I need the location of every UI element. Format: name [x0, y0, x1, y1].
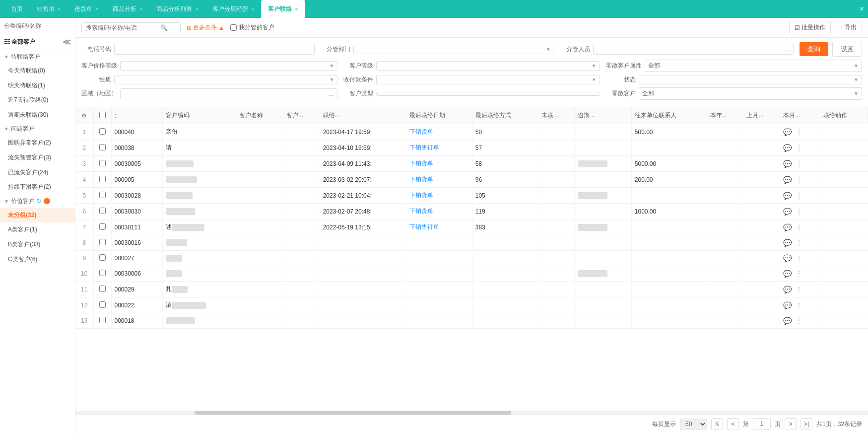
last-contact-way-link[interactable]: 下销货单	[409, 192, 433, 199]
filter-region-select[interactable]: …	[120, 88, 337, 99]
last-contact-way-link[interactable]: 下销货单	[409, 176, 433, 183]
filter-dept-select[interactable]: ▼	[353, 45, 554, 54]
batch-ops-btn[interactable]: ☑ 批量操作	[789, 21, 831, 34]
sidebar-item-class-a[interactable]: A类客户(1)	[0, 222, 75, 237]
chat-icon[interactable]: 💬	[783, 270, 792, 278]
sidebar-item-class-c[interactable]: C类客户(6)	[0, 252, 75, 267]
table-header-overdue[interactable]: 逾期...	[575, 107, 631, 124]
row-checkbox[interactable]	[99, 192, 106, 198]
tab-product-analysis[interactable]: 商品分析 ×	[106, 0, 149, 18]
last-contact-way-link[interactable]: 下销售订单	[409, 144, 439, 151]
tab-product-analysis-close[interactable]: ×	[139, 0, 142, 18]
grid-icon[interactable]: ⋮	[796, 270, 802, 278]
value-group-refresh[interactable]: ↻	[37, 198, 42, 205]
sidebar-item-tomorrow-pending[interactable]: 明天待联络(1)	[0, 78, 75, 93]
table-header-checkbox[interactable]	[93, 107, 111, 124]
row-checkbox[interactable]	[99, 160, 106, 166]
table-header-this-year[interactable]: 本年...	[707, 107, 743, 124]
table-header-no-contact[interactable]: 未联...	[538, 107, 575, 124]
filter-customer-level-select[interactable]: ▼	[376, 61, 600, 71]
tab-customer-contact[interactable]: 客户联络 ×	[261, 0, 305, 18]
row-checkbox[interactable]	[99, 239, 106, 245]
tab-sales-close[interactable]: ×	[58, 0, 61, 18]
sidebar-item-today-pending[interactable]: 今天待联络(0)	[0, 64, 75, 78]
sidebar-group-pending[interactable]: ▼ 待联络客户	[0, 50, 75, 64]
grid-icon[interactable]: ⋮	[796, 160, 802, 168]
sidebar-item-overdue-pending[interactable]: 逾期未联络(30)	[0, 108, 75, 123]
grid-icon[interactable]: ⋮	[796, 254, 802, 262]
tab-purchase-close[interactable]: ×	[95, 0, 98, 18]
filter-manager-more[interactable]: …	[784, 46, 790, 53]
grid-icon[interactable]: ⋮	[796, 301, 802, 309]
grid-icon[interactable]: ⋮	[796, 223, 802, 231]
tab-product-analysis-list[interactable]: 商品分析列表 ×	[149, 0, 205, 18]
tab-customer-segment-close[interactable]: ×	[251, 0, 254, 18]
table-header-last-date[interactable]: 最后联络日期	[406, 107, 472, 124]
tab-home[interactable]: 首页	[4, 0, 30, 18]
filter-customer-type-select[interactable]	[376, 92, 600, 96]
reset-btn[interactable]: 设置	[832, 42, 862, 57]
row-checkbox[interactable]	[99, 128, 106, 135]
table-header-settings[interactable]: ⚙	[75, 107, 93, 124]
row-checkbox[interactable]	[99, 301, 106, 308]
tab-purchase[interactable]: 进货单 ×	[67, 0, 105, 18]
grid-icon[interactable]: ⋮	[796, 317, 802, 325]
filter-status-select[interactable]: ▼	[639, 75, 862, 84]
table-header-code[interactable]: 客户编码	[163, 107, 236, 124]
row-checkbox[interactable]	[99, 144, 106, 150]
window-close-button[interactable]: ×	[860, 4, 864, 13]
filter-retail-customer-select[interactable]: 全部 ▼	[639, 87, 862, 100]
page-number-input[interactable]	[753, 418, 771, 430]
select-all-checkbox[interactable]	[99, 112, 106, 118]
sidebar-item-hoarding-abnormal[interactable]: 囤购异常客户(2)	[0, 136, 75, 150]
last-contact-way-link[interactable]: 下销货单	[409, 128, 433, 135]
grid-icon[interactable]: ⋮	[796, 208, 802, 216]
chat-icon[interactable]: 💬	[783, 208, 792, 216]
chat-icon[interactable]: 💬	[783, 301, 792, 309]
row-checkbox[interactable]	[99, 270, 106, 276]
grid-icon[interactable]: ⋮	[796, 192, 802, 200]
more-conditions-btn[interactable]: ⊞ 更多条件 ▲	[187, 23, 224, 32]
chat-icon[interactable]: 💬	[783, 160, 792, 168]
chat-icon[interactable]: 💬	[783, 239, 792, 247]
table-header-name[interactable]: 客户名称	[236, 107, 283, 124]
my-customers-checkbox[interactable]	[230, 24, 237, 31]
filter-manager-select[interactable]: …	[593, 44, 794, 55]
row-checkbox[interactable]	[99, 176, 106, 182]
table-header-last-month[interactable]: 上月...	[743, 107, 780, 124]
grid-icon[interactable]: ⋮	[796, 286, 802, 293]
chat-icon[interactable]: 💬	[783, 128, 792, 136]
sidebar-item-churn-warning[interactable]: 流失预警客户(3)	[0, 150, 75, 165]
chat-icon[interactable]: 💬	[783, 286, 792, 293]
chat-icon[interactable]: 💬	[783, 223, 792, 231]
search-icon[interactable]: 🔍	[160, 24, 168, 31]
filter-price-level-select[interactable]: ▼	[120, 61, 337, 71]
search-input[interactable]	[86, 24, 160, 31]
sidebar-group-value[interactable]: ▼ 价值客户 ↻ !	[0, 195, 75, 208]
sidebar-group-problem[interactable]: ▼ 问题客户	[0, 122, 75, 136]
tab-customer-segment[interactable]: 客户分层经营 ×	[205, 0, 261, 18]
row-checkbox[interactable]	[99, 208, 106, 214]
table-header-partner[interactable]: 往来单位联系人	[631, 107, 707, 124]
chat-icon[interactable]: 💬	[783, 254, 792, 262]
sidebar-item-week-pending[interactable]: 近7天待联络(0)	[0, 93, 75, 108]
filter-region-more[interactable]: …	[328, 90, 334, 97]
sidebar-collapse-btn[interactable]: ≪	[63, 37, 71, 47]
page-size-select[interactable]: 50 100 200	[680, 419, 707, 430]
sidebar-item-declining[interactable]: 持续下滑客户(2)	[0, 180, 75, 195]
sidebar-item-ungrouped[interactable]: 未分组(32)	[0, 208, 75, 223]
chat-icon[interactable]: 💬	[783, 176, 792, 184]
chat-icon[interactable]: 💬	[783, 317, 792, 325]
chat-icon[interactable]: 💬	[783, 192, 792, 200]
row-checkbox[interactable]	[99, 317, 106, 323]
table-header-type[interactable]: 客户...	[283, 107, 320, 124]
chat-icon[interactable]: 💬	[783, 144, 792, 152]
filter-phone-input[interactable]	[114, 44, 315, 55]
scrollbar-thumb[interactable]	[195, 411, 512, 415]
filter-nature-select[interactable]: ▼	[114, 75, 337, 84]
table-header-last-way[interactable]: 最后联络方式	[472, 107, 538, 124]
export-btn[interactable]: ↑ 导出	[835, 21, 862, 34]
row-checkbox[interactable]	[99, 254, 106, 261]
grid-icon[interactable]: ⋮	[796, 176, 802, 184]
sidebar-item-class-b[interactable]: B类客户(33)	[0, 237, 75, 252]
